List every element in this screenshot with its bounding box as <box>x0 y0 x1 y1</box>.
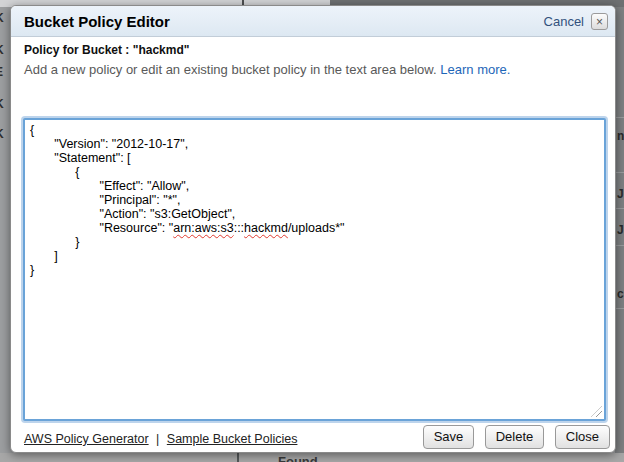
delete-button[interactable]: Delete <box>485 425 545 449</box>
dialog-titlebar: Bucket Policy Editor Cancel × <box>11 6 615 37</box>
close-icon-glyph: × <box>596 15 603 29</box>
backdrop-text-fragment: E <box>0 65 3 79</box>
backdrop-text-fragment: K <box>0 97 4 111</box>
close-icon[interactable]: × <box>591 13 608 30</box>
description-text: Add a new policy or edit an existing buc… <box>24 62 437 77</box>
resize-grip-icon[interactable] <box>591 406 602 417</box>
backdrop-row-line <box>615 245 624 246</box>
policy-for-bucket-label: Policy for Bucket : "hackmd" <box>24 43 189 57</box>
backdrop-text-fragment: n <box>617 129 624 143</box>
bucket-policy-editor-dialog: Bucket Policy Editor Cancel × Policy for… <box>10 5 616 453</box>
close-button[interactable]: Close <box>555 425 610 449</box>
aws-policy-generator-link[interactable]: AWS Policy Generator <box>24 432 149 446</box>
backdrop-divider-line <box>237 453 239 462</box>
backdrop-row-line <box>615 308 624 309</box>
backdrop-row-line <box>615 117 624 118</box>
dialog-description: Add a new policy or edit an existing buc… <box>24 62 510 77</box>
dialog-title: Bucket Policy Editor <box>24 6 170 37</box>
link-separator: | <box>156 432 159 446</box>
save-button[interactable]: Save <box>423 425 475 449</box>
footer-buttons: Save Delete Close <box>417 425 610 449</box>
backdrop-bottom-strip: Found <box>0 453 624 462</box>
backdrop-text-fragment: J <box>617 187 624 201</box>
cancel-link[interactable]: Cancel <box>544 14 584 29</box>
backdrop-right-strip: n J J c <box>615 7 624 453</box>
backdrop-text-fragment: Found <box>278 454 318 462</box>
backdrop-text-fragment: K <box>0 43 4 57</box>
backdrop-text-fragment: K <box>0 127 4 141</box>
policy-textarea[interactable]: { "Version": "2012-10-17", "Statement": … <box>23 118 606 421</box>
backdrop-row-line <box>615 172 624 173</box>
backdrop-text-fragment: K <box>0 11 4 25</box>
backdrop-text-fragment: J <box>617 223 624 237</box>
footer-links: AWS Policy Generator | Sample Bucket Pol… <box>24 432 297 446</box>
policy-text: { "Version": "2012-10-17", "Statement": … <box>25 120 604 280</box>
screen: K K E K K n J J c Found Bucket Policy Ed… <box>0 0 624 462</box>
backdrop-row-line <box>615 208 624 209</box>
backdrop-text-fragment: c <box>617 287 624 301</box>
learn-more-link[interactable]: Learn more. <box>440 62 510 77</box>
sample-bucket-policies-link[interactable]: Sample Bucket Policies <box>167 432 298 446</box>
